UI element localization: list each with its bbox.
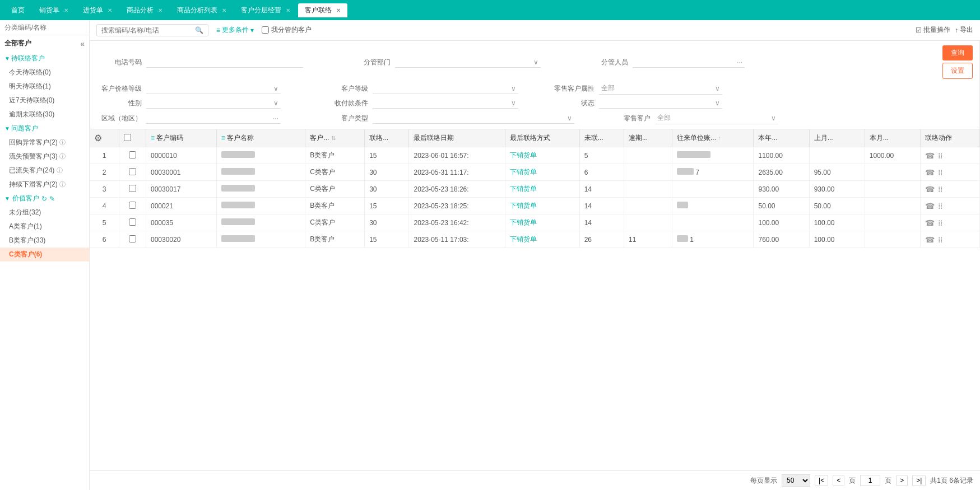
sidebar-item-abnormal[interactable]: 回购异常客户(2) ⓘ — [0, 136, 89, 150]
sidebar-collapse-icon[interactable]: « — [80, 39, 85, 48]
page-size-select[interactable]: 50 100 200 — [782, 474, 810, 487]
more-actions-icon[interactable]: ⁞⁞ — [938, 185, 942, 194]
row-checkbox[interactable] — [129, 202, 136, 209]
retail-customer-select[interactable]: 全部 ∨ — [655, 112, 778, 124]
nav-purchase-close-icon[interactable]: ✕ — [108, 7, 112, 13]
more-actions-icon[interactable]: ⁞⁞ — [938, 235, 942, 244]
nav-product-analysis-list[interactable]: 商品分析列表 ✕ — [170, 3, 233, 17]
th-last-date: 最后联络日期 — [409, 129, 505, 147]
contact-icon[interactable]: ☎ — [925, 202, 935, 211]
sidebar-item-7days[interactable]: 近7天待联络(0) — [0, 94, 89, 108]
sidebar-item-class-b[interactable]: B类客户(33) — [0, 234, 89, 248]
nav-purchase-order[interactable]: 进货单 ✕ — [76, 3, 119, 17]
contact-method-link[interactable]: 下销货单 — [510, 185, 537, 193]
retail-attr-select[interactable]: 全部 ∨ — [599, 82, 722, 95]
export-btn[interactable]: ↑ 导出 — [955, 25, 973, 35]
th-last-method: 最后联络方式 — [505, 129, 579, 147]
first-page-btn[interactable]: |< — [815, 475, 828, 486]
row-checkbox[interactable] — [129, 235, 136, 242]
select-all-checkbox[interactable] — [124, 134, 131, 141]
cell-type: B类客户 — [305, 198, 365, 214]
page-number-input[interactable] — [860, 475, 880, 486]
cell-account: 1 — [672, 231, 753, 248]
cell-overdue — [624, 214, 672, 231]
more-actions-icon[interactable]: ⁞⁞ — [938, 218, 942, 227]
phone-input[interactable] — [146, 57, 303, 68]
more-conditions-btn[interactable]: ≡ 更多条件 ▾ — [213, 24, 257, 36]
sidebar-item-class-a[interactable]: A类客户(1) — [0, 220, 89, 234]
dept-select[interactable]: ∨ — [395, 57, 541, 68]
nav-customer-tier-close-icon[interactable]: ✕ — [286, 7, 290, 13]
row-checkbox[interactable] — [129, 218, 136, 226]
cell-name — [216, 147, 305, 164]
all-customers-header[interactable]: 全部客户 « — [0, 35, 89, 52]
sidebar-item-declining[interactable]: 持续下滑客户(2) ⓘ — [0, 178, 89, 192]
contact-method-link[interactable]: 下销货单 — [510, 202, 537, 209]
sidebar: 🔍 全部客户 « 待联络客户 今天待联络(0) 明天待联络(1) 近7天待联络(… — [0, 20, 90, 490]
next-page-btn[interactable]: > — [896, 475, 908, 486]
cust-type-select[interactable]: ∨ — [373, 113, 574, 124]
search-input[interactable] — [101, 26, 193, 34]
sidebar-item-today[interactable]: 今天待联络(0) — [0, 66, 89, 80]
sidebar-item-lost[interactable]: 已流失客户(24) ⓘ — [0, 164, 89, 178]
contact-method-link[interactable]: 下销货单 — [510, 218, 537, 226]
price-level-select[interactable]: ∨ — [146, 83, 281, 94]
nav-home[interactable]: 首页 — [4, 3, 31, 17]
query-button[interactable]: 查询 — [942, 45, 973, 60]
sidebar-item-tomorrow[interactable]: 明天待联络(1) — [0, 80, 89, 94]
row-checkbox[interactable] — [129, 185, 136, 192]
nav-customer-tier[interactable]: 客户分层经营 ✕ — [234, 3, 297, 17]
content-area: 🔍 ≡ 更多条件 ▾ 我分管的客户 ☑ 批量操作 ↑ 导出 — [90, 20, 980, 490]
sidebar-item-overdue[interactable]: 逾期未联络(30) — [0, 108, 89, 122]
prev-page-btn[interactable]: < — [833, 475, 844, 486]
nav-analysis-close-icon[interactable]: ✕ — [158, 7, 162, 13]
sidebar-item-unclassified[interactable]: 未分组(32) — [0, 206, 89, 220]
contact-method-link[interactable]: 下销货单 — [510, 168, 537, 176]
cust-level-select[interactable]: ∨ — [373, 83, 518, 94]
payment-select[interactable]: ∨ — [373, 98, 518, 109]
search-icon[interactable]: 🔍 — [195, 26, 203, 34]
status-label: 状态 — [550, 99, 594, 108]
cell-last-month: 100.00 — [809, 214, 865, 231]
value-edit-icon[interactable]: ✎ — [49, 195, 55, 203]
contact-icon[interactable]: ☎ — [925, 185, 935, 194]
person-select[interactable]: ··· — [633, 57, 745, 68]
batch-operation-btn[interactable]: ☑ 批量操作 — [916, 25, 950, 35]
row-checkbox[interactable] — [129, 151, 136, 158]
last-page-btn[interactable]: >| — [912, 475, 926, 486]
gender-select[interactable]: ∨ — [146, 98, 281, 109]
settings-button[interactable]: 设置 — [942, 63, 973, 79]
sidebar-group-pending[interactable]: 待联络客户 — [0, 52, 89, 66]
more-actions-icon[interactable]: ⁞⁞ — [938, 202, 942, 211]
contact-icon[interactable]: ☎ — [925, 235, 935, 244]
cell-no-contact: 14 — [579, 214, 624, 231]
region-select[interactable]: ··· — [146, 113, 281, 124]
contact-icon[interactable]: ☎ — [925, 151, 935, 160]
sidebar-group-value[interactable]: 价值客户 ↻ ✎ — [0, 192, 89, 206]
my-customers-checkbox[interactable] — [262, 26, 269, 34]
sidebar-search-input[interactable] — [4, 24, 89, 31]
sidebar-item-warning[interactable]: 流失预警客户(3) ⓘ — [0, 150, 89, 164]
value-refresh-icon[interactable]: ↻ — [41, 195, 47, 203]
contact-icon[interactable]: ☎ — [925, 218, 935, 227]
cell-actions: ☎ ⁞⁞ — [921, 214, 980, 231]
more-actions-icon[interactable]: ⁞⁞ — [938, 151, 942, 160]
cell-last-date: 2023-05-23 16:42: — [409, 214, 505, 231]
status-select[interactable]: ∨ — [599, 98, 722, 109]
row-checkbox[interactable] — [129, 168, 136, 175]
settings-gear-icon[interactable]: ⚙ — [94, 133, 102, 143]
nav-sales-close-icon[interactable]: ✕ — [64, 7, 68, 13]
contact-method-link[interactable]: 下销货单 — [510, 235, 537, 243]
contact-method-link[interactable]: 下销货单 — [510, 151, 537, 159]
more-actions-icon[interactable]: ⁞⁞ — [938, 168, 942, 177]
retail-customer-label: 零售客户 — [606, 114, 651, 123]
sidebar-item-class-c[interactable]: C类客户(6) — [0, 248, 89, 262]
nav-customer-contact-close-icon[interactable]: ✕ — [336, 7, 341, 13]
sidebar-group-problem[interactable]: 问题客户 — [0, 122, 89, 136]
nav-customer-contact[interactable]: 客户联络 ✕ — [298, 3, 347, 17]
contact-icon[interactable]: ☎ — [925, 168, 935, 177]
th-no: ⚙ — [90, 129, 119, 147]
nav-sales-order[interactable]: 销货单 ✕ — [32, 3, 75, 17]
nav-product-analysis[interactable]: 商品分析 ✕ — [120, 3, 169, 17]
nav-analysis-list-close-icon[interactable]: ✕ — [222, 7, 226, 13]
